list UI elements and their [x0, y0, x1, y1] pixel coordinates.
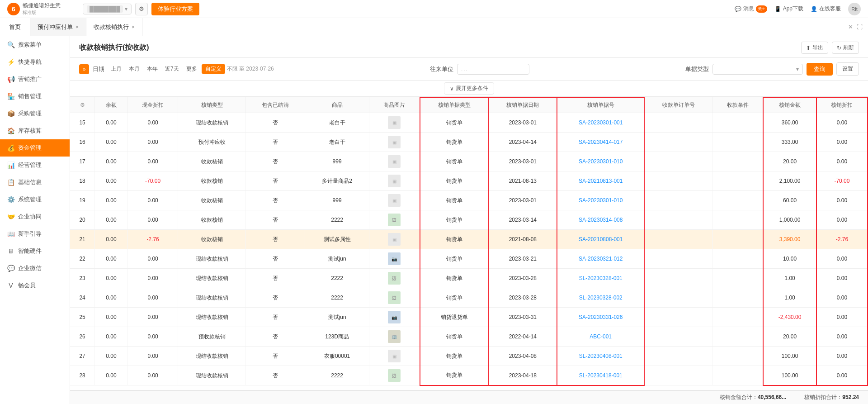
sidebar-item-hardware[interactable]: 🖥 智能硬件 — [0, 242, 70, 260]
tab-close-collection[interactable]: × — [132, 24, 135, 30]
row-balance: 0.00 — [95, 152, 128, 171]
system-icon: ⚙️ — [7, 196, 14, 203]
row-bill-date: 2023-03-28 — [488, 269, 557, 288]
row-condition — [712, 210, 763, 230]
tab-prepay[interactable]: 预付冲应付单 × — [30, 18, 86, 36]
custom-date-btn[interactable]: 自定义 — [202, 64, 225, 74]
product-image: 📷 — [388, 311, 401, 323]
row-bill-no[interactable]: SA-20230414-017 — [557, 133, 644, 152]
tab-collection[interactable]: 收款核销执行 × — [86, 18, 142, 36]
sidebar-item-operation[interactable]: 📊 经营管理 — [0, 157, 70, 174]
sidebar-item-search[interactable]: 🔍 搜索菜单 — [0, 36, 70, 53]
col-product-img: 商品图片 — [369, 97, 420, 113]
solution-button[interactable]: 体验行业方案 — [151, 3, 199, 15]
refresh-button[interactable]: ↻ 刷新 — [832, 42, 859, 54]
product-image: 📷 — [388, 252, 401, 265]
row-bill-no[interactable]: SA-20230314-008 — [557, 210, 644, 230]
settings-button[interactable]: 设置 — [836, 62, 859, 76]
product-image-placeholder: ▣ — [388, 116, 401, 129]
row-settled: 否 — [246, 171, 305, 191]
row-discount: 0.00 — [816, 152, 868, 171]
row-bill-no[interactable]: SL-20230328-002 — [557, 288, 644, 308]
filter-row: » 日期 上月 本月 本年 近7天 更多 自定义 不限 至 2023-07-26… — [79, 62, 859, 76]
expand-filter-button[interactable]: » — [79, 64, 89, 74]
row-order-no — [644, 171, 712, 191]
row-bill-no[interactable]: SA-20230321-012 — [557, 249, 644, 269]
bill-type-select[interactable]: ▾ — [712, 64, 803, 75]
row-bill-no[interactable]: SL-20230328-001 — [557, 269, 644, 288]
message-button[interactable]: 💬 消息 99+ — [735, 5, 767, 13]
row-bill-no[interactable]: SL-20230408-001 — [557, 347, 644, 366]
sidebar-label-member: 畅会员 — [18, 281, 36, 290]
counterpart-input[interactable]: ... — [457, 64, 529, 75]
row-order-no — [644, 249, 712, 269]
this-year-btn[interactable]: 本年 — [144, 64, 160, 74]
export-button[interactable]: ⬆ 导出 — [801, 42, 828, 54]
col-product: 商品 — [305, 97, 369, 113]
row-bill-no[interactable]: SA-20210808-001 — [557, 230, 644, 249]
maximize-window-icon[interactable]: ⛶ — [857, 24, 863, 30]
row-order-no — [644, 288, 712, 308]
more-date-btn[interactable]: 更多 — [184, 64, 200, 74]
table-row: 24 0.00 0.00 现结收款核销 否 2222 🖼 销货单 2023-03… — [70, 288, 868, 308]
row-product: 老白干 — [305, 133, 369, 152]
online-service-button[interactable]: 👤 在线客服 — [811, 5, 841, 13]
row-bill-type: 销货单 — [420, 288, 489, 308]
row-product: 衣服00001 — [305, 347, 369, 366]
row-balance: 0.00 — [95, 347, 128, 366]
row-bill-no[interactable]: SA-20230301-010 — [557, 191, 644, 210]
sidebar-items: 🔍 搜索菜单 ⚡ 快捷导航 📢 营销推广 🏪 销售管理 📦 采购管理 🏠 库存核… — [0, 36, 70, 294]
7days-btn[interactable]: 近7天 — [162, 64, 182, 74]
table-row: 26 0.00 0.00 预收款核销 否 123D商品 🏢 销货单 2022-0… — [70, 327, 868, 347]
row-type: 现结收款核销 — [178, 249, 246, 269]
col-bill-type: 核销单据类型 — [420, 97, 489, 113]
sidebar-item-quicknav[interactable]: ⚡ 快捷导航 — [0, 53, 70, 71]
close-window-icon[interactable]: ✕ — [848, 24, 853, 30]
row-bill-no[interactable]: ABC-001 — [557, 327, 644, 347]
row-bill-no[interactable]: SL-20230418-001 — [557, 366, 644, 385]
table-area[interactable]: ⚙ 余额 现金折扣 核销类型 包含已结清 商品 商品图片 核销单据类型 核销单据… — [70, 97, 868, 390]
sidebar-item-wechat[interactable]: 💬 企业微信 — [0, 260, 70, 277]
sidebar-item-member[interactable]: V 畅会员 — [0, 277, 70, 294]
sidebar-item-finance[interactable]: 💰 资金管理 — [0, 139, 70, 157]
sidebar-item-sales[interactable]: 🏪 销售管理 — [0, 88, 70, 105]
row-type: 收款核销 — [178, 191, 246, 210]
home-tab[interactable]: 首页 — [0, 18, 30, 36]
sidebar-item-corp[interactable]: 🤝 企业协同 — [0, 208, 70, 225]
tab-close-prepay[interactable]: × — [75, 24, 79, 30]
org-select[interactable]: ████████ ▾ — [83, 4, 132, 14]
product-image: 🖼 — [388, 369, 401, 382]
gear-button[interactable]: ⚙ — [135, 3, 148, 15]
header-actions: ⬆ 导出 ↻ 刷新 — [801, 42, 859, 54]
row-cash-discount: -2.76 — [127, 230, 178, 249]
query-button[interactable]: 查询 — [807, 63, 833, 76]
row-number: 16 — [70, 133, 95, 152]
row-type: 收款核销 — [178, 171, 246, 191]
total-amount-value: 40,556,66... — [758, 394, 786, 400]
inventory-icon: 🏠 — [7, 127, 14, 134]
row-bill-no[interactable]: SA-20230301-010 — [557, 152, 644, 171]
row-bill-no[interactable]: SA-20230331-026 — [557, 308, 644, 327]
sidebar-item-purchase[interactable]: 📦 采购管理 — [0, 105, 70, 122]
sidebar-item-system[interactable]: ⚙️ 系统管理 — [0, 191, 70, 208]
wechat-icon: 💬 — [7, 265, 14, 272]
this-month-btn[interactable]: 本月 — [126, 64, 142, 74]
row-bill-no[interactable]: SA-20210813-001 — [557, 171, 644, 191]
sidebar-item-marketing[interactable]: 📢 营销推广 — [0, 71, 70, 88]
sidebar-item-guide[interactable]: 📖 新手引导 — [0, 225, 70, 242]
row-cash-discount: 0.00 — [127, 152, 178, 171]
row-condition — [712, 366, 763, 385]
expand-more-button[interactable]: ∨ 展开更多条件 — [444, 82, 494, 95]
last-month-btn[interactable]: 上月 — [108, 64, 124, 74]
row-settled: 否 — [246, 269, 305, 288]
user-avatar[interactable]: Rit — [848, 3, 861, 15]
row-bill-no[interactable]: SA-20230301-001 — [557, 113, 644, 133]
sidebar-item-inventory[interactable]: 🏠 库存核算 — [0, 122, 70, 139]
sidebar-label-guide: 新手引导 — [18, 230, 42, 238]
row-product-img: 🖼 — [369, 269, 420, 288]
app-download-button[interactable]: 📱 App下载 — [774, 5, 803, 13]
row-condition — [712, 249, 763, 269]
settings-col-header[interactable]: ⚙ — [70, 97, 95, 113]
sidebar-item-basic[interactable]: 📋 基础信息 — [0, 174, 70, 191]
row-discount: 0.00 — [816, 210, 868, 230]
